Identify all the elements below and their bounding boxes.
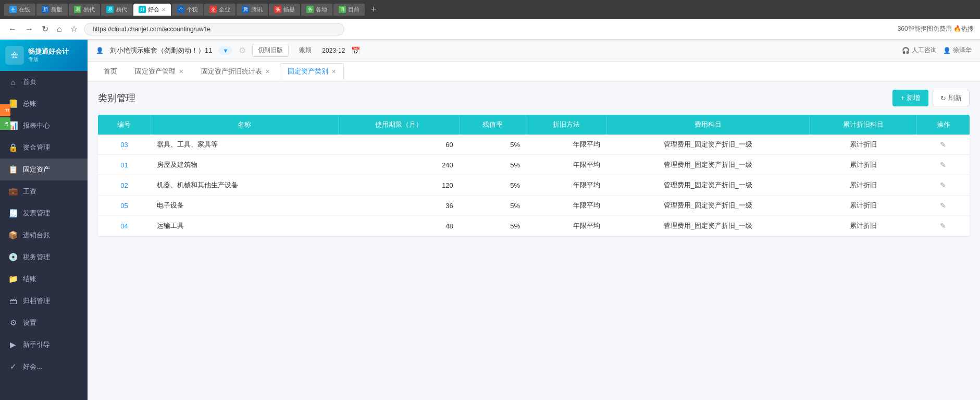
row-period-2: 120 [339,175,460,196]
sidebar-item-funds[interactable]: 🔒资金管理 [0,137,88,159]
browser-tab-7[interactable]: 腾腾讯 [237,4,268,16]
user-name: 徐泽华 [953,46,972,55]
refresh-btn[interactable]: ↻ 刷新 [933,90,970,106]
sidebar-item-home[interactable]: ⌂首页 [0,71,88,93]
browser-chrome: 在在线新新版易易代易易代好好会✕个个税企企业腾腾讯畅畅提各各地目目前 + [0,0,980,19]
back-btn[interactable]: ← [6,22,19,36]
account-badge: ▼ [218,46,232,55]
sidebar-item-goodhui[interactable]: ✓好会... [0,356,88,378]
row-rate-0: 5% [460,135,526,155]
edit-btn-2[interactable]: ✎ [940,181,946,189]
browser-tab-6[interactable]: 企企业 [204,4,235,16]
user-area[interactable]: 👤 徐泽华 [943,46,972,55]
code-link-0[interactable]: 03 [120,141,128,149]
sidebar-items-container: ⌂首页📒总账📊报表中心🔒资金管理📋固定资产💼工资🧾发票管理📦进销台账💿税务管理📁… [0,71,88,378]
left-icon-1[interactable]: E [0,104,10,116]
settings-label: 设置 [23,318,36,328]
calendar-icon[interactable]: 📅 [351,46,360,55]
logo-subtitle: 专版 [28,56,69,63]
code-link-3[interactable]: 05 [120,202,128,210]
logo-text-block: 畅捷通好会计 专版 [28,47,69,64]
row-code-3: 05 [98,196,151,216]
sidebar-item-reports[interactable]: 📊报表中心 [0,115,88,137]
service-btn[interactable]: 🎧 人工咨询 [902,46,937,55]
page-tab-label-1: 固定资产管理 [135,67,176,76]
refresh-label: 刷新 [948,93,962,103]
page-tab-close-2[interactable]: ✕ [265,69,270,75]
browser-tab-2[interactable]: 易易代 [69,4,100,16]
sidebar-item-guide[interactable]: ▶新手引导 [0,334,88,356]
sidebar-item-settings[interactable]: ⚙设置 [0,312,88,334]
row-action-0: ✎ [917,135,970,155]
home-btn[interactable]: ⌂ [55,22,64,36]
page-tab-3[interactable]: 固定资产类别✕ [280,63,344,80]
address-bar: ← → ↻ ⌂ ☆ 360智能抠图免费用 🔥热搜 [0,19,980,40]
browser-tab-0[interactable]: 在在线 [4,4,35,16]
fixed-label: 固定资产 [23,165,50,174]
inventory-label: 进销台账 [23,231,50,240]
content-area: 类别管理 + 新增 ↻ 刷新 编号名称使用期限（月）残值率折旧方法费用科目累计折… [88,81,980,400]
add-btn[interactable]: + 新增 [892,90,928,106]
reload-btn[interactable]: ↻ [40,22,51,36]
edit-btn-3[interactable]: ✎ [940,201,946,210]
left-icons: E at [0,104,10,130]
code-link-4[interactable]: 04 [120,222,128,230]
table-row: 04 运输工具 48 5% 年限平均 管理费用_固定资产折旧_一级 累计折旧 ✎ [98,216,970,236]
page-tab-2[interactable]: 固定资产折旧统计表✕ [193,63,278,79]
browser-tab-1[interactable]: 新新版 [36,4,68,16]
browser-tab-10[interactable]: 目目前 [333,4,365,16]
headset-icon: 🎧 [902,47,910,54]
row-accum-0: 累计折旧 [810,135,917,155]
user-icon: 👤 [943,47,951,54]
bookmark-btn[interactable]: ☆ [68,22,80,36]
sidebar-item-tax[interactable]: 💿税务管理 [0,246,88,268]
row-accum-4: 累计折旧 [810,216,917,236]
sidebar-item-salary[interactable]: 💼工资 [0,180,88,202]
row-accum-3: 累计折旧 [810,196,917,216]
sidebar-item-close[interactable]: 📁结账 [0,268,88,290]
new-tab-btn[interactable]: + [369,2,379,17]
row-expense-1: 管理费用_固定资产折旧_一级 [606,155,809,175]
search-label: 360智能抠图免费用 🔥热搜 [898,25,974,33]
page-tab-0[interactable]: 首页 [96,63,125,79]
browser-tab-5[interactable]: 个个税 [172,4,203,16]
period-value: 2023-12 [322,47,345,54]
col-header-3: 残值率 [460,115,526,135]
sidebar-item-archive[interactable]: 🗃归档管理 [0,290,88,312]
archive-icon: 🗃 [8,296,18,306]
tax-icon: 💿 [8,252,18,262]
settings-cog[interactable]: ⚙ [239,45,246,55]
sidebar: 会 畅捷通好会计 专版 ⌂首页📒总账📊报表中心🔒资金管理📋固定资产💼工资🧾发票管… [0,40,88,400]
code-link-1[interactable]: 01 [120,161,128,169]
row-method-4: 年限平均 [526,216,606,236]
edit-btn-1[interactable]: ✎ [940,161,946,169]
page-tab-1[interactable]: 固定资产管理✕ [127,63,191,79]
row-period-1: 240 [339,155,460,175]
sidebar-item-fixed[interactable]: 📋固定资产 [0,159,88,180]
sidebar-logo: 会 畅捷通好会计 专版 [0,40,88,71]
address-input[interactable] [84,23,344,35]
switch-version-btn[interactable]: 切到旧版 [252,44,289,57]
action-btns: + 新增 ↻ 刷新 [892,90,970,106]
row-expense-4: 管理费用_固定资产折旧_一级 [606,216,809,236]
row-name-0: 器具、工具、家具等 [151,135,338,155]
left-icon-2[interactable]: at [0,117,10,130]
edit-btn-4[interactable]: ✎ [940,222,946,230]
page-tab-close-3[interactable]: ✕ [331,69,336,75]
browser-tab-9[interactable]: 各各地 [301,4,332,16]
table-row: 01 房屋及建筑物 240 5% 年限平均 管理费用_固定资产折旧_一级 累计折… [98,155,970,175]
code-link-2[interactable]: 02 [120,181,128,189]
page-tabs: 首页固定资产管理✕固定资产折旧统计表✕固定资产类别✕ [88,62,980,81]
sidebar-item-inventory[interactable]: 📦进销台账 [0,224,88,246]
browser-tab-3[interactable]: 易易代 [101,4,132,16]
forward-btn[interactable]: → [23,22,35,36]
sidebar-item-invoice[interactable]: 🧾发票管理 [0,202,88,224]
sidebar-item-ledger[interactable]: 📒总账 [0,93,88,115]
page-tab-close-1[interactable]: ✕ [179,69,183,75]
inventory-icon: 📦 [8,231,18,240]
row-action-3: ✎ [917,196,970,216]
edit-btn-0[interactable]: ✎ [940,140,946,149]
browser-tab-8[interactable]: 畅畅提 [269,4,300,16]
row-name-2: 机器、机械和其他生产设备 [151,175,338,196]
browser-tab-4[interactable]: 好好会✕ [133,4,171,16]
